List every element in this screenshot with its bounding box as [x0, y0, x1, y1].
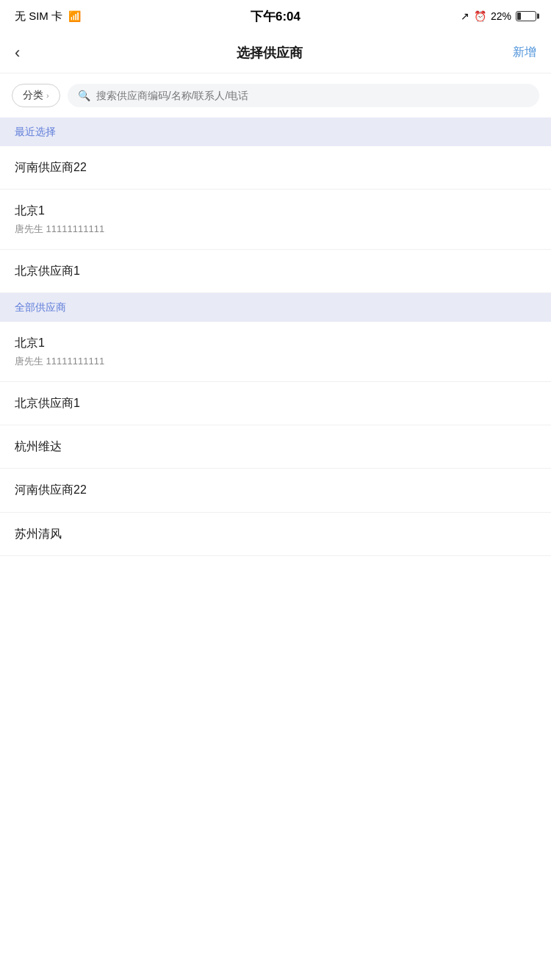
wifi-icon: 📶: [68, 10, 81, 22]
all-header-text: 全部供应商: [15, 301, 66, 313]
nav-bar: ‹ 选择供应商 新增: [0, 32, 551, 73]
item-name: 苏州清风: [15, 526, 536, 542]
status-time: 下午6:04: [251, 8, 300, 25]
item-name: 河南供应商22: [15, 482, 536, 498]
nav-title: 选择供应商: [237, 44, 303, 62]
list-item[interactable]: 苏州清风: [0, 513, 551, 556]
status-bar: 无 SIM 卡 📶 下午6:04 ↗ ⏰ 22%: [0, 0, 551, 32]
battery-percent: 22%: [491, 10, 511, 22]
item-sub: 唐先生 11111111111: [15, 355, 536, 368]
list-item[interactable]: 北京供应商1: [0, 250, 551, 293]
all-section-header: 全部供应商: [0, 293, 551, 322]
category-label: 分类: [23, 89, 43, 102]
search-box[interactable]: 🔍: [68, 84, 539, 107]
item-name: 北京供应商1: [15, 263, 536, 279]
list-item[interactable]: 北京1 唐先生 11111111111: [0, 190, 551, 249]
search-input[interactable]: [96, 90, 529, 101]
location-icon: ↗: [461, 10, 469, 22]
add-button[interactable]: 新增: [513, 45, 536, 60]
item-name: 北京供应商1: [15, 395, 536, 411]
chevron-right-icon: ›: [46, 91, 49, 100]
list-item[interactable]: 河南供应商22: [0, 469, 551, 512]
recent-list: 河南供应商22 北京1 唐先生 11111111111 北京供应商1: [0, 146, 551, 293]
item-name: 北京1: [15, 335, 536, 351]
category-button[interactable]: 分类 ›: [12, 84, 60, 107]
search-icon: 🔍: [78, 90, 90, 101]
list-item[interactable]: 北京1 唐先生 11111111111: [0, 322, 551, 381]
item-name: 河南供应商22: [15, 159, 536, 176]
list-item[interactable]: 杭州维达: [0, 425, 551, 469]
recent-header-text: 最近选择: [15, 126, 56, 137]
filter-row: 分类 › 🔍: [0, 73, 551, 118]
item-name: 杭州维达: [15, 439, 536, 455]
all-list: 北京1 唐先生 11111111111 北京供应商1 杭州维达 河南供应商22 …: [0, 322, 551, 556]
status-carrier: 无 SIM 卡 📶: [15, 10, 81, 24]
back-button[interactable]: ‹: [9, 37, 26, 68]
item-sub: 唐先生 11111111111: [15, 223, 536, 236]
list-item[interactable]: 河南供应商22: [0, 146, 551, 190]
alarm-icon: ⏰: [474, 10, 486, 22]
status-right: ↗ ⏰ 22%: [461, 10, 536, 22]
battery-icon: [516, 11, 536, 21]
recent-section-header: 最近选择: [0, 118, 551, 146]
item-name: 北京1: [15, 203, 536, 219]
list-item[interactable]: 北京供应商1: [0, 382, 551, 425]
